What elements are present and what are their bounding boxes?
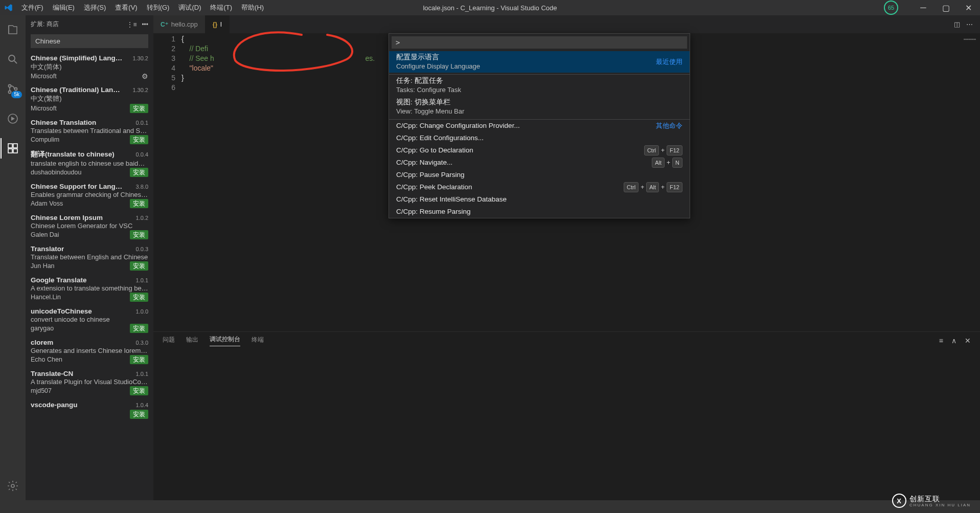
filter-icon[interactable]: ⋮≡ <box>127 21 136 28</box>
tab-label: hello.cpp <box>171 20 198 28</box>
ext-version: 0.3.0 <box>136 340 148 346</box>
command-row[interactable]: C/Cpp: Navigate...Alt+N <box>389 157 690 169</box>
svg-rect-6 <box>13 144 17 148</box>
menu-item[interactable]: 转到(G) <box>143 1 174 14</box>
extension-item[interactable]: Chinese (Traditional) Language...1.30.2中… <box>26 83 153 116</box>
keybinding: Alt+N <box>652 158 682 168</box>
command-input[interactable]: > <box>392 36 687 49</box>
svg-point-3 <box>15 88 17 91</box>
install-button[interactable]: 安装 <box>130 230 148 239</box>
menu-item[interactable]: 帮助(H) <box>237 1 268 14</box>
panel-close-icon[interactable]: ✕ <box>965 337 971 345</box>
debug-icon[interactable] <box>1 108 25 129</box>
install-button[interactable]: 安装 <box>130 386 148 395</box>
panel-filter-icon[interactable]: ≡ <box>939 337 943 345</box>
gear-icon[interactable]: ⚙ <box>142 72 148 80</box>
ext-title: Chinese (Simplified) Language ... <box>31 54 123 62</box>
watermark-sub: CHUANG XIN HU LIAN <box>909 503 971 507</box>
ext-publisher: Compulim <box>31 136 59 143</box>
ext-desc: A translate Plugin for Visual StudioCod.… <box>31 378 148 386</box>
minimize-button[interactable]: ─ <box>916 0 931 15</box>
install-button[interactable]: 安装 <box>130 293 148 302</box>
install-button[interactable]: 安装 <box>130 199 148 208</box>
ext-version: 1.0.2 <box>136 215 148 221</box>
editor-more-icon[interactable]: ⋯ <box>966 20 973 28</box>
ext-publisher: dushaobindoudou <box>31 169 81 176</box>
command-label: C/Cpp: Change Configuration Provider... <box>396 121 682 130</box>
status-bar <box>0 500 980 513</box>
panel-tab[interactable]: 问题 <box>163 336 175 346</box>
watermark-logo-icon: X <box>892 494 906 508</box>
install-button[interactable]: 安装 <box>130 410 148 419</box>
extension-item[interactable]: vscode-pangu1.0.4安装 <box>26 398 153 421</box>
install-button[interactable]: 安装 <box>130 104 148 113</box>
command-label: C/Cpp: Pause Parsing <box>396 170 682 180</box>
install-button[interactable]: 安装 <box>130 168 148 177</box>
menu-item[interactable]: 编辑(E) <box>49 1 79 14</box>
extensions-icon[interactable] <box>1 138 25 159</box>
ext-title: Google Translate <box>31 276 87 284</box>
command-row[interactable]: C/Cpp: Reset IntelliSense Database <box>389 193 690 206</box>
extension-item[interactable]: Chinese Support for LanguageT...3.8.0Ena… <box>26 180 153 211</box>
svg-point-1 <box>9 85 11 87</box>
install-button[interactable]: 安装 <box>130 135 148 144</box>
ext-desc: A extension to translate something bet..… <box>31 284 148 292</box>
search-icon[interactable] <box>1 49 25 70</box>
install-button[interactable]: 安装 <box>130 261 148 271</box>
extension-item[interactable]: Chinese (Simplified) Language ...1.30.2中… <box>26 51 153 83</box>
extension-item[interactable]: Translator0.0.3Translate between English… <box>26 242 153 273</box>
split-editor-icon[interactable]: ◫ <box>954 20 960 28</box>
extension-item[interactable]: clorem0.3.0Generates and inserts Chinese… <box>26 336 153 367</box>
menu-item[interactable]: 选择(S) <box>80 1 110 14</box>
menu-item[interactable]: 查看(V) <box>111 1 141 14</box>
maximize-button[interactable]: ▢ <box>938 0 953 15</box>
ext-version: 1.30.2 <box>132 87 148 93</box>
panel-tab[interactable]: 调试控制台 <box>210 335 240 346</box>
menu-item[interactable]: 文件(F) <box>17 1 48 14</box>
close-button[interactable]: ✕ <box>961 0 976 15</box>
settings-gear-icon[interactable] <box>1 476 25 496</box>
extension-item[interactable]: Chinese Translation0.0.1Translates betwe… <box>26 116 153 147</box>
command-row[interactable]: C/Cpp: Pause Parsing <box>389 169 690 181</box>
menu-item[interactable]: 终端(T) <box>206 1 236 14</box>
extension-item[interactable]: Google Translate1.0.1A extension to tran… <box>26 273 153 304</box>
explorer-icon[interactable] <box>1 19 25 40</box>
command-row[interactable]: 视图: 切换菜单栏View: Toggle Menu Bar <box>389 96 690 118</box>
more-icon[interactable]: ••• <box>142 21 148 28</box>
keybinding: Ctrl+Alt+F12 <box>624 182 682 192</box>
svg-point-0 <box>9 55 15 61</box>
svg-rect-8 <box>13 149 17 153</box>
menu-item[interactable]: 调试(D) <box>174 1 205 14</box>
panel-tab[interactable]: 终端 <box>252 336 264 346</box>
panel-up-icon[interactable]: ∧ <box>951 337 956 345</box>
ext-badge: 5k <box>11 91 22 98</box>
extension-item[interactable]: unicodeToChinese1.0.0convert unicode to … <box>26 304 153 336</box>
install-button[interactable]: 安装 <box>130 355 148 364</box>
group-label: 其他命令 <box>656 121 682 130</box>
ext-title: vscode-pangu <box>31 401 78 409</box>
ext-desc: translate english to chinese use baidu t… <box>31 160 148 167</box>
extension-search-input[interactable] <box>31 34 148 48</box>
extension-item[interactable]: Chinese Lorem Ipsum1.0.2Chinese Lorem Ge… <box>26 211 153 242</box>
ext-version: 0.0.1 <box>136 120 148 126</box>
command-row[interactable]: C/Cpp: Go to DeclarationCtrl+F12 <box>389 144 690 157</box>
editor-tab[interactable]: {}l <box>206 15 230 33</box>
ext-publisher: Jun Han <box>31 262 55 270</box>
command-label: C/Cpp: Go to Declaration <box>396 146 682 155</box>
tab-label: l <box>220 20 222 28</box>
extension-item[interactable]: 翻译(translate to chinese)0.0.4translate e… <box>26 147 153 180</box>
vscode-logo-icon <box>4 3 13 12</box>
editor-tab[interactable]: C⁺hello.cpp <box>153 15 206 33</box>
ext-title: unicodeToChinese <box>31 307 92 315</box>
command-row[interactable]: 配置显示语言Configure Display Language最近使用 <box>389 51 690 73</box>
source-control-icon[interactable]: 5k <box>1 79 25 99</box>
command-row[interactable]: 任务: 配置任务Tasks: Configure Task <box>389 75 690 96</box>
command-row[interactable]: C/Cpp: Resume Parsing <box>389 206 690 218</box>
extension-item[interactable]: Translate-CN1.0.1A translate Plugin for … <box>26 367 153 398</box>
command-row[interactable]: C/Cpp: Edit Configurations... <box>389 132 690 144</box>
command-row[interactable]: C/Cpp: Peek DeclarationCtrl+Alt+F12 <box>389 181 690 193</box>
ext-version: 1.0.1 <box>136 371 148 377</box>
panel-tab[interactable]: 输出 <box>186 336 198 346</box>
install-button[interactable]: 安装 <box>130 324 148 333</box>
command-row[interactable]: C/Cpp: Change Configuration Provider...其… <box>389 120 690 132</box>
